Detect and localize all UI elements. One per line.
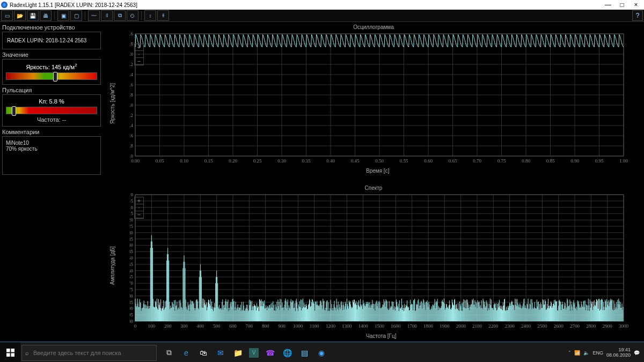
svg-rect-3 (11, 353, 14, 357)
start-button[interactable] (0, 342, 20, 362)
system-tray: ˄ 📶 🔈 ENG 19:41 08.06.2020 💬 (568, 348, 644, 358)
zoom-reset-button[interactable]: · (135, 51, 143, 58)
help-button[interactable]: ? (632, 10, 643, 21)
taskbar-search[interactable]: ⌕ (21, 345, 157, 361)
spec-zoom: + · − (134, 197, 144, 219)
search-icon: ⌕ (25, 350, 29, 356)
kp-value: Kп: 5.8 % (5, 98, 98, 105)
notifications-icon[interactable]: 💬 (634, 350, 640, 356)
toolbar-save-icon[interactable]: 💾 (27, 10, 39, 21)
comments-title: Комментарии (2, 129, 101, 135)
viber-icon[interactable]: ☎ (264, 347, 276, 359)
oscillogram-ylabel: Яркость [кд/м^2] (109, 83, 115, 124)
svg-rect-2 (6, 353, 10, 357)
spectrum-title: Спектр (103, 185, 644, 191)
app-icon (1, 2, 8, 8)
toolbar-print-icon[interactable]: 🖶 (40, 10, 52, 21)
toolbar-open-icon[interactable]: 📂 (14, 10, 26, 21)
window-title: RadexLight 1.15.1 [RADEX LUPIN: 2018-12-… (10, 2, 601, 8)
zoom-in-button[interactable]: + (135, 44, 143, 51)
window-titlebar: RadexLight 1.15.1 [RADEX LUPIN: 2018-12-… (0, 0, 644, 10)
brightness-gauge (6, 72, 97, 80)
oscillogram-title: Осциллограмма (103, 24, 644, 30)
comments-text[interactable]: MiNote10 70% яркость (5, 139, 98, 172)
toolbar-stop-icon[interactable]: ▢ (70, 10, 82, 21)
tray-chevron-icon[interactable]: ˄ (568, 350, 571, 356)
oscillogram-xlabel: Время [с] (366, 168, 389, 174)
zoom-reset-button[interactable]: · (135, 204, 143, 211)
toolbar-histogram-icon[interactable]: ⫵ (157, 10, 169, 21)
toolbar-chart-icon[interactable]: ⧉ (114, 10, 126, 21)
explorer-icon[interactable]: 📁 (232, 347, 244, 359)
toolbar: ▭ 📂 💾 🖶 ▣ ▢ 〰 ⫴ ⧉ ⏲ ↕ ⫵ ? (0, 10, 644, 22)
toolbar-record-icon[interactable]: ▣ (57, 10, 69, 21)
frequency-value: Частота: -- (5, 116, 98, 123)
svg-rect-1 (11, 349, 14, 352)
tray-language[interactable]: ENG (592, 350, 603, 356)
store-icon[interactable]: 🛍 (197, 347, 209, 359)
pulsation-panel: Kп: 5.8 % Частота: -- (2, 94, 101, 127)
mail-icon[interactable]: ✉ (215, 347, 226, 359)
main-area: Подключенное устройство RADEX LUPIN: 201… (0, 22, 644, 342)
radexlight-taskbar-icon[interactable]: ◉ (316, 347, 327, 359)
commander-icon[interactable]: ▤ (298, 347, 310, 359)
brightness-value: Яркость: 145 кд/м2 (5, 63, 98, 70)
oscillogram-canvas[interactable] (130, 32, 629, 166)
close-button[interactable]: × (629, 1, 643, 9)
tray-clock[interactable]: 19:41 08.06.2020 (606, 348, 631, 358)
maximize-button[interactable]: □ (615, 1, 629, 9)
spectrum-xlabel: Частота [Гц] (366, 333, 397, 339)
windows-icon (6, 349, 14, 357)
minimize-button[interactable]: — (601, 1, 615, 9)
zoom-out-button[interactable]: − (135, 58, 143, 65)
pulsation-title: Пульсация (2, 87, 101, 93)
tray-volume-icon[interactable]: 🔈 (583, 350, 589, 356)
zoom-out-button[interactable]: − (135, 211, 143, 218)
device-panel: RADEX LUPIN: 2018-12-24 2563 (2, 32, 101, 49)
taskbar: ⌕ ⧉ e 🛍 ✉ 📁 V ☎ 🌐 ▤ ◉ ˄ 📶 🔈 ENG 19:41 08… (0, 342, 644, 362)
pulsation-marker[interactable] (12, 106, 16, 116)
taskbar-apps: ⧉ e 🛍 ✉ 📁 V ☎ 🌐 ▤ ◉ (163, 347, 327, 359)
charts-area: Осциллограмма Яркость [кд/м^2] Время [с]… (103, 22, 644, 342)
osc-zoom: + · − (134, 43, 144, 65)
device-panel-title: Подключенное устройство (2, 24, 101, 31)
spectrum-canvas[interactable] (130, 193, 629, 332)
chrome-icon[interactable]: 🌐 (281, 347, 293, 359)
value-panel-title: Значение (2, 51, 101, 58)
visualstudio-icon[interactable]: V (249, 348, 259, 358)
tray-network-icon[interactable]: 📶 (574, 350, 580, 356)
toolbar-cursor-icon[interactable]: ↕ (144, 10, 156, 21)
toolbar-spectrum-icon[interactable]: ⫴ (101, 10, 113, 21)
toolbar-clock-icon[interactable]: ⏲ (127, 10, 138, 21)
toolbar-new-icon[interactable]: ▭ (1, 10, 13, 21)
edge-icon[interactable]: e (180, 347, 192, 359)
device-name: RADEX LUPIN: 2018-12-24 2563 (5, 34, 98, 47)
sidebar: Подключенное устройство RADEX LUPIN: 201… (0, 22, 103, 342)
task-view-icon[interactable]: ⧉ (163, 347, 175, 359)
search-input[interactable] (32, 349, 153, 357)
value-panel: Яркость: 145 кд/м2 (2, 59, 101, 85)
svg-rect-0 (6, 349, 10, 352)
zoom-in-button[interactable]: + (135, 197, 143, 204)
brightness-marker[interactable] (53, 72, 57, 82)
comments-panel[interactable]: MiNote10 70% яркость (2, 136, 101, 175)
spectrum-ylabel: Амплитуда [дБ] (109, 246, 115, 285)
toolbar-waveform-icon[interactable]: 〰 (88, 10, 100, 21)
pulsation-gauge (6, 107, 97, 114)
